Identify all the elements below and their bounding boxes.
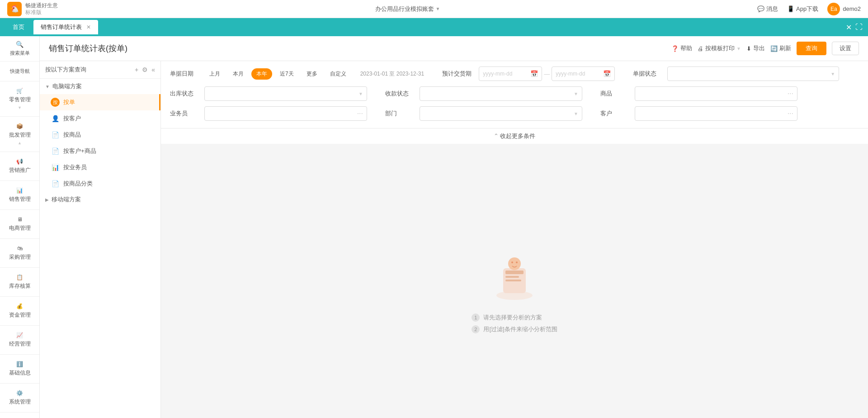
- person-icon: 👤: [51, 114, 60, 123]
- refresh-button[interactable]: 🔄 刷新: [770, 44, 791, 52]
- sidebar-item-system[interactable]: ⚙️ 系统管理: [0, 384, 39, 413]
- collapse-icon: ⌃: [494, 133, 499, 139]
- operation-icon: 📈: [16, 332, 23, 338]
- date-btn-more[interactable]: 更多: [302, 68, 322, 80]
- delivery-date-start-input[interactable]: yyyy-mm-dd 📅: [479, 66, 542, 81]
- scheme-by-customer-product[interactable]: 📄 按客户+商品: [40, 143, 160, 159]
- sidebar-item-marketing[interactable]: 📢 营销推广: [0, 152, 39, 181]
- logo-text: 畅捷通好生意 标准版: [25, 2, 58, 15]
- svg-point-5: [508, 257, 521, 270]
- sidebar-item-cooperation[interactable]: 🤝 企业协同: [0, 413, 39, 418]
- payment-status-dropdown-icon: ▼: [574, 91, 578, 96]
- payment-status-select[interactable]: ▼: [420, 86, 582, 101]
- tree-expand-icon: ▼: [45, 84, 50, 89]
- collapse-bar[interactable]: ⌃ 收起更多条件: [161, 128, 868, 144]
- app-icon: 📱: [787, 5, 794, 12]
- tab-sales-stats[interactable]: 销售订单统计表 ✕: [33, 20, 98, 34]
- scheme-by-product-category[interactable]: 📄 按商品分类: [40, 176, 160, 192]
- scheme-by-staff[interactable]: 📊 按业务员: [40, 159, 160, 176]
- tab-bar: 首页 销售订单统计表 ✕ ✕ ⛶: [0, 18, 868, 36]
- date-btn-this-year[interactable]: 本年: [251, 68, 272, 80]
- customer-product-icon: 📄: [51, 147, 60, 156]
- filter-section: 单据日期 上月 本月 本年 近7天 更多 自定义 2023-01-01 至 20…: [161, 61, 868, 144]
- order-status-label: 单据状态: [633, 70, 660, 78]
- date-btn-custom[interactable]: 自定义: [325, 68, 351, 80]
- product-select[interactable]: ···: [635, 86, 797, 101]
- customer-more-icon[interactable]: ···: [788, 109, 793, 118]
- staff-more-icon[interactable]: ···: [357, 109, 363, 118]
- sidebar-quick-nav[interactable]: 快捷导航: [0, 62, 39, 81]
- marketing-icon: 📢: [16, 158, 23, 165]
- left-panel: 按以下方案查询 + ⚙ « ▼ 电脑端方案 按: [40, 61, 161, 418]
- product-more-icon[interactable]: ···: [788, 90, 793, 98]
- sidebar-item-ecommerce[interactable]: 🖥 电商管理: [0, 210, 39, 239]
- user-area[interactable]: Ea demo2: [827, 3, 861, 15]
- collapse-panel-icon[interactable]: «: [151, 66, 155, 73]
- tree-group-pc-header[interactable]: ▼ 电脑端方案: [40, 79, 160, 94]
- inventory-icon: 📋: [16, 274, 23, 280]
- app-download-button[interactable]: 📱 App下载: [787, 5, 818, 13]
- calendar-end-icon[interactable]: 📅: [603, 70, 611, 77]
- sidebar-item-wholesale[interactable]: 📦 批发管理 ▲: [0, 117, 39, 152]
- scheme-by-order[interactable]: 按 按单: [40, 94, 160, 110]
- tree-group-mobile-header[interactable]: ▶ 移动端方案: [40, 192, 160, 207]
- expected-delivery-label: 预计交货期: [442, 70, 472, 78]
- sidebar-item-basic[interactable]: ℹ️ 基础信息: [0, 355, 39, 384]
- tab-home[interactable]: 首页: [5, 20, 32, 34]
- export-icon: ⬇: [746, 45, 751, 52]
- tab-close-icon[interactable]: ✕: [86, 24, 91, 30]
- delivery-status-select[interactable]: ▼: [204, 86, 367, 101]
- sidebar-item-retail[interactable]: 🛒 零售管理 ▼: [0, 81, 39, 117]
- date-separator: —: [544, 71, 550, 77]
- department-label: 部门: [385, 109, 412, 118]
- tab-close-all-icon[interactable]: ✕: [846, 23, 852, 32]
- sidebar-item-sales[interactable]: 📊 销售管理: [0, 181, 39, 210]
- message-icon: 💬: [757, 5, 764, 12]
- order-status-select[interactable]: ▼: [667, 66, 839, 81]
- dropdown-arrow-icon[interactable]: ▼: [436, 6, 440, 11]
- calendar-start-icon[interactable]: 📅: [530, 70, 538, 77]
- date-filter-label: 单据日期: [170, 70, 197, 78]
- tip-num-2: 2: [472, 325, 480, 333]
- sidebar-search[interactable]: 🔍 搜索菜单: [0, 36, 39, 62]
- tree-group-pc-label: 电脑端方案: [52, 82, 82, 90]
- print-dropdown-icon[interactable]: ▼: [736, 46, 741, 51]
- tab-sales-stats-label: 销售订单统计表: [41, 23, 82, 31]
- scheme-by-product[interactable]: 📄 按商品: [40, 127, 160, 143]
- delivery-date-end-input[interactable]: yyyy-mm-dd 📅: [552, 66, 615, 81]
- query-button[interactable]: 查询: [797, 42, 826, 55]
- tab-expand-icon[interactable]: ⛶: [855, 23, 863, 31]
- content-area: 销售订单统计表(按单) ❓ 帮助 🖨 按模板打印 ▼ ⬇ 导出 🔄 刷新: [40, 36, 868, 418]
- help-button[interactable]: ❓ 帮助: [671, 44, 692, 52]
- left-panel-header: 按以下方案查询 + ⚙ «: [40, 61, 160, 79]
- product-label: 商品: [600, 90, 627, 98]
- export-button[interactable]: ⬇ 导出: [746, 44, 765, 52]
- scheme-settings-icon[interactable]: ⚙: [142, 66, 148, 73]
- sidebar-item-purchase[interactable]: 🛍 采购管理: [0, 239, 39, 268]
- staff-select[interactable]: ···: [204, 106, 367, 121]
- page-actions: ❓ 帮助 🖨 按模板打印 ▼ ⬇ 导出 🔄 刷新 查询 设置: [671, 42, 859, 55]
- sidebar-item-operation[interactable]: 📈 经营管理: [0, 326, 39, 355]
- sidebar-item-finance[interactable]: 💰 资金管理: [0, 297, 39, 326]
- date-btn-group: 上月 本月 本年 近7天 更多 自定义: [204, 68, 351, 80]
- empty-tips: 1 请先选择要分析的方案 2 用[过滤]条件来缩小分析范围: [472, 314, 557, 337]
- add-scheme-button[interactable]: +: [135, 66, 138, 73]
- settings-button[interactable]: 设置: [832, 42, 859, 55]
- message-button[interactable]: 💬 消息: [757, 5, 778, 13]
- sidebar-item-inventory[interactable]: 📋 库存核算: [0, 268, 39, 297]
- department-select[interactable]: ▼: [420, 106, 582, 121]
- print-button[interactable]: 🖨 按模板打印 ▼: [698, 44, 741, 52]
- svg-rect-3: [505, 276, 519, 278]
- system-title[interactable]: 办公用品行业模拟账套 ▼: [375, 5, 440, 13]
- customer-select[interactable]: ···: [635, 106, 797, 121]
- category-icon: 📄: [51, 179, 60, 188]
- empty-illustration: [487, 250, 542, 304]
- date-btn-last-month[interactable]: 上月: [204, 68, 225, 80]
- retail-icon: 🛒: [16, 88, 23, 94]
- scheme-by-customer[interactable]: 👤 按客户: [40, 110, 160, 127]
- staff-label: 业务员: [170, 109, 197, 118]
- print-icon: 🖨: [698, 45, 703, 52]
- date-btn-this-month[interactable]: 本月: [228, 68, 249, 80]
- staff-icon: 📊: [51, 163, 60, 172]
- date-btn-7days[interactable]: 近7天: [275, 68, 299, 80]
